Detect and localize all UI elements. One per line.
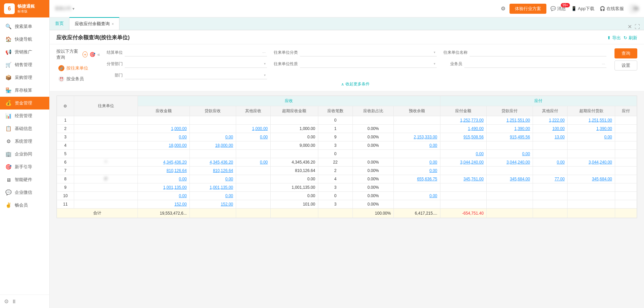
- cell-link[interactable]: 3,044,240.00: [589, 160, 612, 165]
- cell-link[interactable]: 0.00: [604, 135, 612, 139]
- sidebar-pause-icon[interactable]: ⏸: [11, 299, 17, 305]
- sidebar-item-hardware[interactable]: 🖥智能硬件: [0, 173, 49, 186]
- export-button[interactable]: ⬆ 导出: [607, 35, 621, 41]
- cell-link[interactable]: 0.00: [260, 160, 268, 165]
- sidebar-item-wechat[interactable]: 💬企业微信: [0, 186, 49, 199]
- cell-link[interactable]: 2,153,333.00: [414, 135, 437, 139]
- sidebar-item-basic[interactable]: 📋基础信息: [0, 122, 49, 135]
- cell-link[interactable]: 0.00: [179, 177, 186, 181]
- sidebar-gear-icon[interactable]: ⚙: [4, 298, 9, 305]
- window-close-icon[interactable]: ✕: [628, 24, 632, 30]
- filter-input-department[interactable]: ▾: [125, 71, 267, 79]
- cell-link[interactable]: 1,222.00: [549, 118, 565, 123]
- cell-link[interactable]: 1,251,551.00: [506, 118, 530, 123]
- sidebar-label-basic: 基础信息: [15, 126, 32, 132]
- cell-link[interactable]: 100.00: [552, 126, 565, 131]
- cell-link[interactable]: 152.00: [174, 202, 187, 207]
- sidebar-item-member[interactable]: ✌畅会员: [0, 199, 49, 212]
- cell-link[interactable]: 1,000.00: [171, 126, 187, 131]
- cell-link[interactable]: 1,490.00: [468, 126, 484, 131]
- cell-link[interactable]: 4,345,436.20: [210, 160, 233, 165]
- cell-link[interactable]: 1,252,773.00: [460, 118, 484, 123]
- sidebar-item-operation[interactable]: 📊经营管理: [0, 109, 49, 122]
- sidebar-item-quicknav[interactable]: 🏠快捷导航: [0, 33, 49, 46]
- cell-link[interactable]: 77.00: [554, 177, 565, 181]
- sidebar-item-search[interactable]: 🔍搜索菜单: [0, 20, 49, 33]
- filter-input-salesperson[interactable]: ···: [464, 60, 606, 68]
- cell-link[interactable]: 0.00: [179, 193, 186, 198]
- table-scroll[interactable]: ⚙ 往来单位 应收 应付 应收金额 贷款应收 其他应收: [57, 96, 637, 218]
- cell-link[interactable]: 345,684.00: [510, 177, 530, 181]
- dropdown-arrow-icon[interactable]: ▾: [72, 6, 74, 11]
- cell-link[interactable]: 0.00: [557, 160, 565, 165]
- filter-add-button[interactable]: +: [83, 51, 88, 57]
- cell-link[interactable]: 0.00: [429, 143, 437, 148]
- sidebar-item-marketing[interactable]: 📢营销推广: [0, 46, 49, 58]
- cell-link[interactable]: 0.00: [429, 168, 437, 173]
- cell-link[interactable]: 655,636.75: [417, 177, 437, 181]
- query-button[interactable]: 查询: [614, 48, 637, 58]
- cell-link[interactable]: 1,390.00: [514, 126, 530, 131]
- cell-link[interactable]: 3,044,240.00: [460, 160, 484, 165]
- refresh-button[interactable]: ↻ 刷新: [624, 35, 637, 41]
- filter-nav-item-sales[interactable]: ⏰ 按业务员: [56, 75, 100, 83]
- cell-link[interactable]: 915,495.56: [510, 135, 530, 139]
- app-download-button[interactable]: 📱 App下载: [571, 6, 594, 12]
- cell-ar-prepay: [394, 125, 440, 133]
- tab-ar-query[interactable]: 应收应付余额查询 ×: [69, 17, 119, 30]
- cell-link[interactable]: 3,044,240.00: [506, 160, 530, 165]
- cell-link[interactable]: 0.00: [225, 193, 233, 198]
- topbar-gear-icon[interactable]: ⚙: [501, 5, 505, 12]
- message-button[interactable]: 💬 消息 99+: [550, 6, 566, 12]
- filter-input-nature[interactable]: ▾: [300, 60, 437, 68]
- cell-link[interactable]: 1,251,551.00: [589, 118, 612, 123]
- table-settings-icon[interactable]: ⚙: [63, 104, 67, 108]
- settings-button[interactable]: 设置: [614, 60, 637, 71]
- filter-collapse-button[interactable]: ∧ 收起更多条件: [341, 81, 370, 87]
- sidebar-item-purchase[interactable]: 📦采购管理: [0, 71, 49, 84]
- cell-link[interactable]: 810,126.64: [167, 168, 187, 173]
- cell-link[interactable]: 0.00: [522, 151, 530, 156]
- sidebar-item-finance[interactable]: 💰资金管理: [0, 97, 49, 109]
- cell-link[interactable]: 18,000.00: [169, 143, 186, 148]
- cell-link[interactable]: 1,390.00: [596, 126, 612, 131]
- sidebar-item-enterprise[interactable]: 🏢企业协同: [0, 148, 49, 161]
- filter-input-settlement[interactable]: ···: [125, 48, 267, 56]
- filter-input-company-type[interactable]: ▾: [300, 48, 437, 56]
- cell-link[interactable]: 810,126.64: [213, 168, 233, 173]
- cell-link[interactable]: 915,508.56: [464, 135, 484, 139]
- tab-close-icon[interactable]: ×: [112, 22, 114, 26]
- cell-link[interactable]: 0.00: [225, 177, 233, 181]
- user-avatar[interactable]: Rit: [629, 4, 639, 13]
- total-ap-overdue: [568, 209, 615, 218]
- filter-input-dept[interactable]: ▾: [125, 60, 267, 68]
- filter-input-company-name[interactable]: [470, 48, 606, 56]
- cell-link[interactable]: 0.00: [429, 160, 437, 165]
- tab-home[interactable]: 首页: [50, 17, 69, 30]
- cell-link[interactable]: 0.00: [225, 135, 233, 139]
- cell-link[interactable]: 0.00: [260, 135, 268, 139]
- cell-link[interactable]: 1,001,135.00: [210, 185, 233, 190]
- cell-link[interactable]: 4,345,436.20: [163, 160, 187, 165]
- filter-nav-item-company[interactable]: 🔗 按往来单位: [56, 64, 100, 73]
- cell-link[interactable]: 0.00: [179, 135, 186, 139]
- cell-link[interactable]: 0.00: [476, 151, 483, 156]
- sidebar-item-inventory[interactable]: 🏪库存核算: [0, 84, 49, 97]
- window-expand-icon[interactable]: ⛶: [635, 24, 640, 30]
- cell-link[interactable]: 345,684.00: [592, 177, 612, 181]
- cell-link[interactable]: 1,000.00: [252, 126, 268, 131]
- cell-link[interactable]: 0.00: [429, 193, 437, 198]
- sidebar-item-system[interactable]: ⚙系统管理: [0, 135, 49, 148]
- filter-target-icon[interactable]: 🎯: [90, 52, 95, 57]
- promo-button[interactable]: 体验行业方案: [509, 4, 546, 14]
- service-button[interactable]: 🎧 在线客服: [600, 6, 624, 12]
- col-header-settings[interactable]: ⚙: [57, 96, 74, 116]
- cell-link[interactable]: 345,761.00: [464, 177, 484, 181]
- cell-link[interactable]: 13.00: [554, 135, 565, 139]
- cell-link[interactable]: 152.00: [221, 202, 233, 207]
- filter-collapse-left-icon[interactable]: «: [97, 52, 100, 57]
- sidebar-item-guide[interactable]: 🎯新手引导: [0, 161, 49, 173]
- cell-link[interactable]: 1,001,135.00: [163, 185, 187, 190]
- cell-link[interactable]: 18,000.00: [215, 143, 233, 148]
- sidebar-item-sales[interactable]: 🛒销售管理: [0, 58, 49, 71]
